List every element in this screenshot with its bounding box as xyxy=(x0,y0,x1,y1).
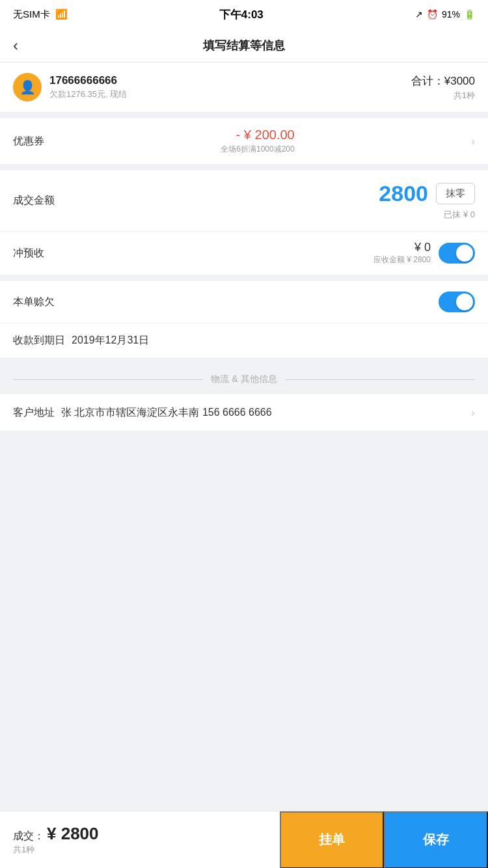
status-time: 下午4:03 xyxy=(219,7,264,22)
bendan-toggle[interactable] xyxy=(439,292,475,312)
status-right: ↗ ⏰ 91% 🔋 xyxy=(415,9,475,20)
bendan-row: 本单赊欠 xyxy=(0,281,488,323)
item-count: 共1种 xyxy=(411,90,475,102)
amount-sub: 已抹 ¥ 0 xyxy=(379,209,475,221)
chong-row: 冲预收 ¥ 0 应收金额 ¥ 2800 xyxy=(0,231,488,275)
avatar: 👤 xyxy=(13,73,42,102)
bottom-count: 共1种 xyxy=(13,844,267,856)
coupon-label: 优惠券 xyxy=(13,135,44,148)
logistics-header-text: 物流 & 其他信息 xyxy=(211,373,277,385)
round-zero-button[interactable]: 抹零 xyxy=(436,183,475,204)
bottom-summary: 成交： ¥ 2800 共1种 xyxy=(0,824,280,856)
nav-bar: ‹ 填写结算等信息 xyxy=(0,29,488,62)
section-gap-1 xyxy=(0,164,488,170)
hang-button[interactable]: 挂单 xyxy=(280,811,384,869)
amount-label: 成交金额 xyxy=(13,194,55,208)
chong-value: ¥ 0 xyxy=(373,241,431,254)
customer-info: 17666666666 欠款1276.35元, 现结 xyxy=(49,74,127,100)
page-title: 填写结算等信息 xyxy=(203,38,285,53)
chong-label: 冲预收 xyxy=(13,247,44,260)
header-line-right xyxy=(285,379,475,380)
customer-phone: 17666666666 xyxy=(49,74,127,87)
status-bar: 无SIM卡 📶 下午4:03 ↗ ⏰ 91% 🔋 xyxy=(0,0,488,29)
address-label: 客户地址 xyxy=(13,405,55,420)
save-button[interactable]: 保存 xyxy=(384,811,488,869)
bendan-label: 本单赊欠 xyxy=(13,295,55,309)
date-row: 收款到期日 2019年12月31日 xyxy=(0,323,488,358)
section-gap-3 xyxy=(0,358,488,364)
content: 👤 17666666666 欠款1276.35元, 现结 合计：¥3000 共1… xyxy=(0,62,488,502)
amount-section: 成交金额 2800 抹零 已抹 ¥ 0 xyxy=(0,170,488,231)
customer-card: 👤 17666666666 欠款1276.35元, 现结 合计：¥3000 共1… xyxy=(0,62,488,112)
date-label: 收款到期日 xyxy=(13,334,65,347)
chong-sub: 应收金额 ¥ 2800 xyxy=(373,254,431,265)
deal-label: 成交： xyxy=(13,830,44,843)
logistics-header: 物流 & 其他信息 xyxy=(0,364,488,394)
customer-sub: 欠款1276.35元, 现结 xyxy=(49,88,127,100)
coupon-chevron-icon: › xyxy=(471,135,475,148)
alarm-icon: ⏰ xyxy=(427,9,438,20)
location-icon: ↗ xyxy=(415,9,423,20)
coupon-row[interactable]: 优惠券 - ¥ 200.00 全场6折满1000减200 › xyxy=(0,118,488,164)
no-sim-text: 无SIM卡 xyxy=(13,8,50,21)
bottom-bar: 成交： ¥ 2800 共1种 挂单 保存 xyxy=(0,811,488,868)
bottom-amount: ¥ 2800 xyxy=(47,824,99,844)
amount-value: 2800 xyxy=(379,181,428,206)
wifi-icon: 📶 xyxy=(55,8,68,20)
back-button[interactable]: ‹ xyxy=(13,36,18,55)
battery-text: 91% xyxy=(442,9,460,20)
total-amount: 合计：¥3000 xyxy=(411,74,475,88)
address-content: 张 北京市市辖区海淀区永丰南 156 6666 6666 xyxy=(61,405,465,420)
battery-icon: 🔋 xyxy=(464,9,475,20)
coupon-desc: 全场6折满1000减200 xyxy=(221,144,294,155)
date-value: 2019年12月31日 xyxy=(72,334,149,347)
section-gap-2 xyxy=(0,275,488,281)
address-chevron-icon: › xyxy=(471,406,475,420)
chong-toggle[interactable] xyxy=(439,243,475,264)
header-line-left xyxy=(13,379,203,380)
address-row[interactable]: 客户地址 张 北京市市辖区海淀区永丰南 156 6666 6666 › xyxy=(0,394,488,431)
customer-total: 合计：¥3000 共1种 xyxy=(411,74,475,102)
bottom-gap xyxy=(0,431,488,444)
coupon-amount: - ¥ 200.00 xyxy=(221,128,294,142)
status-left: 无SIM卡 📶 xyxy=(13,8,68,21)
